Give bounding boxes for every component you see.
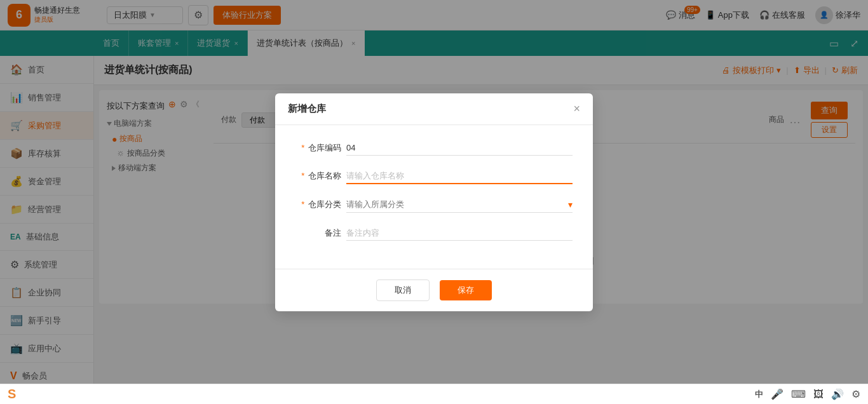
name-label-text: 仓库名称 — [308, 171, 341, 180]
display-icon[interactable]: 🖼 — [813, 389, 824, 400]
status-bar: S 中 🎤 ⌨ 🖼 🔊 ⚙ — [0, 384, 868, 404]
save-button[interactable]: 保存 — [440, 280, 492, 300]
form-row-note: 备注 — [295, 226, 573, 241]
note-label: 备注 — [295, 227, 341, 239]
category-dropdown-arrow[interactable]: ▾ — [568, 199, 573, 210]
form-row-code: * 仓库编码 — [295, 140, 573, 156]
modal-body: * 仓库编码 * 仓库名称 * 仓库分类 — [275, 125, 593, 269]
chinese-input-indicator[interactable]: 中 — [755, 389, 763, 400]
add-warehouse-modal: 新增仓库 × * 仓库编码 * 仓库名称 — [275, 93, 593, 311]
name-label: * 仓库名称 — [295, 170, 341, 182]
status-icons: 中 🎤 ⌨ 🖼 🔊 ⚙ — [755, 388, 860, 400]
code-input[interactable] — [346, 140, 573, 156]
modal-footer: 取消 保存 — [275, 269, 593, 311]
category-input[interactable] — [346, 199, 568, 209]
code-label: * 仓库编码 — [295, 142, 341, 154]
code-required: * — [301, 143, 304, 152]
category-label: * 仓库分类 — [295, 199, 341, 210]
code-label-text: 仓库编码 — [308, 143, 341, 152]
category-select-row[interactable]: ▾ — [346, 197, 573, 213]
status-logo: S — [8, 387, 16, 401]
modal-close-button[interactable]: × — [573, 102, 580, 116]
form-row-category: * 仓库分类 ▾ — [295, 197, 573, 213]
category-required: * — [301, 199, 304, 209]
category-label-text: 仓库分类 — [308, 199, 341, 209]
modal-header: 新增仓库 × — [275, 93, 593, 125]
modal-overlay: 新增仓库 × * 仓库编码 * 仓库名称 — [0, 0, 868, 404]
form-row-name: * 仓库名称 — [295, 168, 573, 184]
name-input[interactable] — [346, 168, 573, 184]
mic-icon[interactable]: 🎤 — [771, 388, 783, 400]
cancel-button[interactable]: 取消 — [376, 279, 430, 301]
note-label-text: 备注 — [325, 228, 341, 238]
system-tray-icon[interactable]: ⚙ — [851, 388, 860, 400]
name-required: * — [301, 171, 304, 180]
speaker-icon[interactable]: 🔊 — [831, 388, 844, 400]
keyboard-icon[interactable]: ⌨ — [791, 388, 806, 400]
s-brand-icon: S — [8, 387, 16, 401]
note-input[interactable] — [346, 226, 573, 241]
modal-title: 新增仓库 — [288, 103, 326, 115]
